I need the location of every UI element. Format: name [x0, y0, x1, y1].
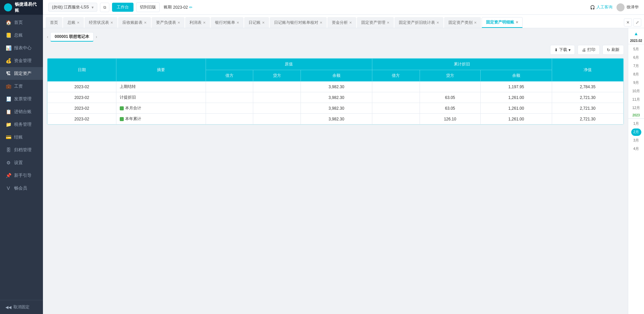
tab-close-13[interactable]: ✕	[516, 20, 518, 24]
sidebar-item-设置[interactable]: ⚙设置	[0, 156, 43, 169]
col-dep-balance: 余额	[480, 70, 552, 82]
maximize-button[interactable]: ⤢	[633, 18, 641, 27]
tab-close-1[interactable]: ✕	[77, 21, 79, 24]
sidebar-label-10: 归档管理	[14, 147, 32, 153]
date-nav-month-7[interactable]: 7月	[628, 62, 644, 70]
switch-version-button[interactable]: 切到旧版	[136, 2, 160, 12]
sidebar-item-新手引导[interactable]: 📌新手引导	[0, 169, 43, 182]
tab-close-11[interactable]: ✕	[436, 21, 439, 24]
cell-dep-balance-3: 1,261.00	[480, 114, 552, 124]
sidebar-footer[interactable]: ◀◀ 取消固定	[0, 300, 43, 314]
cell-dep-debit-0	[372, 82, 420, 92]
tab-close-9[interactable]: ✕	[349, 21, 352, 24]
table-row: 2023-02 上期结转 3,982.30 1,197.95 2,784.35	[48, 82, 624, 92]
breadcrumb-left-arrow[interactable]: ‹	[47, 35, 48, 39]
cell-desc-3: 本年累计	[116, 114, 206, 124]
sidebar-icon-9: 💳	[5, 134, 11, 140]
col-orig-debit: 借方	[206, 70, 253, 82]
sidebar-item-报表中心[interactable]: 📊报表中心	[0, 42, 43, 54]
sidebar-item-归档管理[interactable]: 🗄归档管理	[0, 144, 43, 156]
user-menu[interactable]: 徐泽华	[616, 3, 639, 11]
help-button[interactable]: 🎧 人工客询	[590, 4, 612, 10]
date-nav-month-11[interactable]: 11月	[628, 95, 644, 104]
tab-12[interactable]: 固定资产类别✕	[444, 17, 481, 28]
tab-close-5[interactable]: ✕	[203, 21, 206, 24]
date-nav-month-9[interactable]: 9月	[628, 78, 644, 87]
company-dropdown-icon: ▾	[92, 5, 94, 10]
sidebar-item-税务管理[interactable]: 📁税务管理	[0, 118, 43, 131]
sidebar-item-工资[interactable]: 💼工资	[0, 80, 43, 93]
date-nav-month-2-active[interactable]: 2月	[628, 128, 644, 136]
tab-11[interactable]: 固定资产折旧统计表✕	[394, 17, 443, 28]
tab-close-4[interactable]: ✕	[177, 21, 180, 24]
tab-close-6[interactable]: ✕	[236, 21, 239, 24]
date-nav-month-3[interactable]: 3月	[628, 136, 644, 145]
sidebar-item-固定资产[interactable]: 🏗固定资产	[0, 67, 43, 80]
cell-orig-debit-1	[206, 92, 253, 103]
date-nav-month-5[interactable]: 5月	[628, 45, 644, 53]
date-nav-month-1[interactable]: 1月	[628, 119, 644, 128]
sidebar-label-9: 结账	[14, 134, 23, 140]
cell-desc-2: 本月合计	[116, 103, 206, 114]
tab-10[interactable]: 固定资产管理✕	[357, 17, 394, 28]
close-all-tabs-button[interactable]: ✕	[624, 18, 632, 27]
table-row: 2023-02 本年累计 3,982.30 126.10 1,261.00 2,…	[48, 114, 624, 124]
tab-5[interactable]: 利润表✕	[185, 17, 210, 28]
cell-orig-debit-2	[206, 103, 253, 114]
sidebar-icon-0: 🏠	[5, 19, 11, 25]
sidebar-item-总账[interactable]: 📒总账	[0, 29, 43, 42]
page-content: ‹ 000001 联想笔记本 › ⬇ 下载 ▾ 🖨 打印 ↻	[43, 28, 628, 314]
print-button[interactable]: 🖨 打印	[578, 45, 600, 55]
sidebar: 畅捷通易代账 🏠首页📒总账📊报表中心💰资金管理🏗固定资产💼工资🧾发票管理📋进销台…	[0, 0, 43, 314]
tab-label-11: 固定资产折旧统计表	[399, 20, 435, 25]
tab-label-2: 经营状况表	[89, 20, 109, 25]
tab-close-10[interactable]: ✕	[387, 21, 389, 24]
pin-icon: ◀◀	[5, 305, 11, 310]
tab-9[interactable]: 资金分析✕	[327, 17, 356, 28]
date-nav-month-4[interactable]: 4月	[628, 145, 644, 153]
sidebar-item-结账[interactable]: 💳结账	[0, 131, 43, 144]
date-nav-month-12[interactable]: 12月	[628, 104, 644, 112]
period-edit-icon[interactable]: ✏	[189, 5, 193, 10]
table: 日期 摘要 原值 累计折旧 净值 借方 贷方 余额 借方 贷方 余额	[47, 58, 624, 124]
date-nav-month-10[interactable]: 10月	[628, 87, 644, 95]
cell-orig-credit-2	[253, 103, 301, 114]
company-name: (勿动) 江西服坐-LSS	[52, 4, 89, 10]
tab-2[interactable]: 经营状况表✕	[85, 17, 117, 28]
tab-close-2[interactable]: ✕	[110, 21, 113, 24]
sidebar-item-畅会员[interactable]: V畅会员	[0, 182, 43, 195]
date-nav-scroll-up[interactable]: ▲	[628, 30, 644, 38]
breadcrumb-item[interactable]: 000001 联想笔记本	[50, 32, 94, 42]
tab-8[interactable]: 日记账与银行对账单核对✕	[270, 17, 327, 28]
date-nav-month-6[interactable]: 6月	[628, 53, 644, 62]
tab-6[interactable]: 银行对账单✕	[211, 17, 244, 28]
tab-1[interactable]: 总账✕	[63, 17, 84, 28]
tab-3[interactable]: 应收账龄表✕	[118, 17, 151, 28]
company-selector[interactable]: (勿动) 江西服坐-LSS ▾	[48, 3, 97, 12]
tab-7[interactable]: 日记账✕	[244, 17, 269, 28]
col-orig-balance: 余额	[301, 70, 372, 82]
tab-close-3[interactable]: ✕	[144, 21, 147, 24]
tab-0[interactable]: 首页	[46, 17, 62, 28]
sidebar-item-进销台账[interactable]: 📋进销台账	[0, 105, 43, 118]
tab-4[interactable]: 资产负债表✕	[152, 17, 184, 28]
print-label: 打印	[587, 47, 595, 53]
download-button[interactable]: ⬇ 下载 ▾	[550, 45, 575, 55]
toolbar: ⬇ 下载 ▾ 🖨 打印 ↻ 刷新	[47, 45, 624, 55]
sidebar-item-首页[interactable]: 🏠首页	[0, 16, 43, 29]
breadcrumb-right-arrow[interactable]: ›	[96, 35, 97, 39]
period-label: 账期	[164, 4, 172, 10]
refresh-button[interactable]: ↻ 刷新	[602, 45, 624, 55]
date-nav-month-8[interactable]: 8月	[628, 70, 644, 78]
sidebar-item-发票管理[interactable]: 🧾发票管理	[0, 93, 43, 105]
tab-label-7: 日记账	[249, 20, 261, 25]
tab-close-7[interactable]: ✕	[262, 21, 265, 24]
tab-close-8[interactable]: ✕	[320, 21, 322, 24]
workbench-button[interactable]: 工作台	[112, 3, 133, 12]
col-orig-credit: 贷方	[253, 70, 301, 82]
sidebar-item-资金管理[interactable]: 💰资金管理	[0, 54, 43, 67]
tab-close-12[interactable]: ✕	[474, 21, 477, 24]
tab-13[interactable]: 固定资产明细账✕	[482, 17, 523, 28]
copy-button[interactable]: ⧉	[100, 3, 109, 12]
cell-date-2: 2023-02	[48, 103, 116, 114]
